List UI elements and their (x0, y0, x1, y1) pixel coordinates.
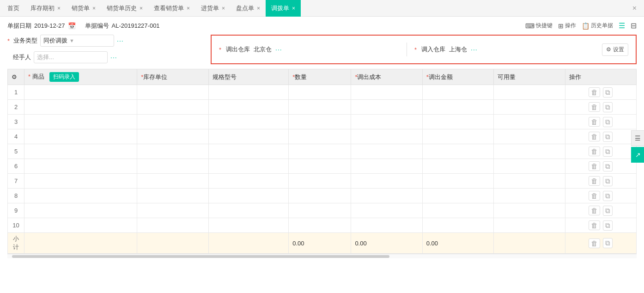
copy-row-button[interactable]: ⧉ (603, 191, 613, 201)
qty-cell[interactable] (289, 159, 351, 174)
copy-row-button[interactable]: ⧉ (603, 238, 613, 248)
calendar-icon[interactable]: 📅 (68, 22, 76, 30)
amount-cell[interactable] (422, 144, 493, 159)
delete-row-button[interactable]: 🗑 (589, 206, 600, 215)
cost-cell[interactable]: 0.00 (351, 233, 422, 254)
delete-row-button[interactable]: 🗑 (589, 146, 600, 156)
col-header-gear[interactable]: ⚙ (8, 69, 24, 85)
window-close-button[interactable]: × (627, 0, 642, 17)
qty-cell[interactable] (289, 203, 351, 218)
product-cell[interactable] (24, 203, 137, 218)
product-cell[interactable] (24, 144, 137, 159)
delete-row-button[interactable]: 🗑 (589, 102, 600, 112)
tab-sales-history[interactable]: 销货单历史 × (101, 0, 148, 17)
cost-cell[interactable] (351, 129, 422, 144)
tab-view-sales[interactable]: 查看销货单 × (148, 0, 195, 17)
tab-inventory-init[interactable]: 库存期初 × (25, 0, 66, 17)
out-wh-value[interactable]: 北京仓 (254, 45, 272, 54)
tab-sales-order[interactable]: 销货单 × (66, 0, 101, 17)
copy-row-button[interactable]: ⧉ (603, 146, 613, 157)
side-notes-button[interactable]: ☰ (631, 130, 644, 146)
tab-home[interactable]: 首页 (2, 0, 25, 17)
tab-transfer[interactable]: 调拨单 × (266, 0, 301, 17)
copy-row-button[interactable]: ⧉ (603, 132, 613, 142)
cost-cell[interactable] (351, 144, 422, 159)
qty-cell[interactable] (289, 115, 351, 129)
delete-row-button[interactable]: 🗑 (589, 191, 600, 201)
qty-cell[interactable] (289, 189, 351, 203)
tab-close-sales-history[interactable]: × (140, 5, 143, 12)
delete-row-button[interactable]: 🗑 (589, 117, 600, 127)
cost-cell[interactable] (351, 218, 422, 233)
side-expand-button[interactable]: ↗ (631, 147, 644, 163)
amount-cell[interactable] (422, 85, 493, 100)
amount-cell[interactable] (422, 218, 493, 233)
history-docs-button[interactable]: 📋 历史单据 (582, 22, 613, 30)
amount-cell[interactable] (422, 189, 493, 203)
copy-row-button[interactable]: ⧉ (603, 117, 613, 127)
delete-row-button[interactable]: 🗑 (589, 220, 600, 230)
tab-close-stocktake[interactable]: × (257, 5, 260, 12)
product-cell[interactable] (24, 233, 137, 254)
delete-row-button[interactable]: 🗑 (589, 176, 600, 186)
amount-cell[interactable] (422, 159, 493, 174)
biz-type-select[interactable]: 同价调拨 ▼ (40, 35, 114, 47)
tab-close-sales-order[interactable]: × (92, 5, 96, 12)
copy-row-button[interactable]: ⧉ (603, 102, 613, 112)
person-more-button[interactable]: ··· (110, 54, 117, 61)
horizontal-scrollbar[interactable] (7, 254, 637, 258)
tab-close-view-sales[interactable]: × (187, 5, 190, 12)
copy-row-button[interactable]: ⧉ (603, 206, 613, 216)
delete-row-button[interactable]: 🗑 (589, 238, 600, 248)
tab-close-purchase-order[interactable]: × (222, 5, 225, 12)
copy-row-button[interactable]: ⧉ (603, 87, 613, 98)
product-cell[interactable] (24, 159, 137, 174)
view-toggle-list[interactable]: ☰ (619, 21, 625, 30)
amount-cell[interactable] (422, 174, 493, 189)
product-cell[interactable] (24, 174, 137, 189)
cost-cell[interactable] (351, 115, 422, 129)
operations-button[interactable]: ⊞ 操作 (558, 22, 576, 30)
delete-row-button[interactable]: 🗑 (589, 132, 600, 141)
delete-row-button[interactable]: 🗑 (589, 87, 600, 97)
tab-stocktake[interactable]: 盘点单 × (231, 0, 266, 17)
cost-cell[interactable] (351, 85, 422, 100)
shortcut-key-button[interactable]: ⌨ 快捷键 (525, 22, 553, 30)
product-cell[interactable] (24, 85, 137, 100)
product-cell[interactable] (24, 115, 137, 129)
amount-cell[interactable] (422, 100, 493, 115)
in-wh-more-button[interactable]: ··· (471, 46, 478, 53)
delete-row-button[interactable]: 🗑 (589, 161, 600, 171)
tab-close-inventory-init[interactable]: × (57, 5, 61, 12)
product-cell[interactable] (24, 189, 137, 203)
biz-type-more-button[interactable]: ··· (117, 37, 124, 44)
cost-cell[interactable] (351, 189, 422, 203)
cost-cell[interactable] (351, 203, 422, 218)
cost-cell[interactable] (351, 174, 422, 189)
qty-cell[interactable] (289, 100, 351, 115)
cost-cell[interactable] (351, 100, 422, 115)
qty-cell[interactable] (289, 218, 351, 233)
qty-cell[interactable] (289, 144, 351, 159)
copy-row-button[interactable]: ⧉ (603, 220, 613, 231)
person-select[interactable]: 选择... (34, 51, 108, 63)
product-cell[interactable] (24, 218, 137, 233)
amount-cell[interactable] (422, 203, 493, 218)
tab-close-transfer[interactable]: × (292, 5, 295, 12)
in-wh-value[interactable]: 上海仓 (449, 45, 467, 54)
scan-entry-button[interactable]: 扫码录入 (49, 72, 79, 82)
tab-purchase-order[interactable]: 进货单 × (195, 0, 231, 17)
qty-cell[interactable] (289, 174, 351, 189)
qty-cell[interactable] (289, 85, 351, 100)
amount-cell[interactable] (422, 129, 493, 144)
qty-cell[interactable]: 0.00 (289, 233, 351, 254)
copy-row-button[interactable]: ⧉ (603, 176, 613, 186)
amount-cell[interactable]: 0.00 (422, 233, 493, 254)
view-toggle-grid[interactable]: ⊟ (631, 21, 637, 30)
product-cell[interactable] (24, 100, 137, 115)
qty-cell[interactable] (289, 129, 351, 144)
product-cell[interactable] (24, 129, 137, 144)
copy-row-button[interactable]: ⧉ (603, 161, 613, 171)
cost-cell[interactable] (351, 159, 422, 174)
out-wh-more-button[interactable]: ··· (275, 46, 282, 53)
